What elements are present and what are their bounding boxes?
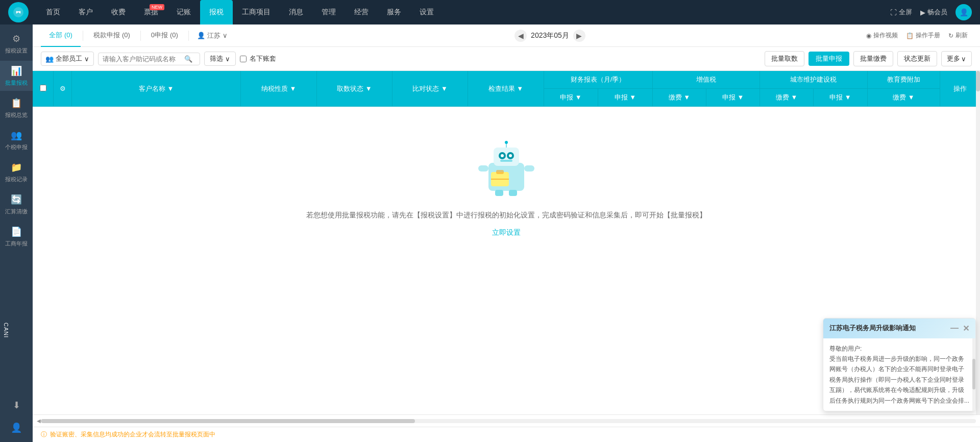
tax-records-icon: 📁 bbox=[10, 161, 22, 174]
emp-select-chevron: ∨ bbox=[84, 55, 89, 63]
svg-point-1 bbox=[16, 11, 18, 13]
sidebar-download[interactable]: ⬇ bbox=[0, 395, 33, 415]
filter-btn[interactable]: 筛选 ∨ bbox=[204, 52, 236, 66]
sidebar-item-tax-settings[interactable]: ⚙ 报税设置 bbox=[0, 29, 33, 59]
region-chevron-icon: ∨ bbox=[223, 32, 228, 39]
cani-badge: CANI bbox=[0, 321, 12, 340]
col-header-vat-pay: 缴费 ▼ bbox=[652, 89, 706, 107]
svg-point-7 bbox=[501, 154, 504, 157]
notification-minimize-btn[interactable]: — bbox=[950, 324, 959, 333]
h-scrollbar[interactable] bbox=[41, 419, 976, 423]
tax-settings-icon: ⚙ bbox=[10, 33, 22, 45]
notification-header: 江苏电子税务局升级影响通知 — ✕ bbox=[823, 318, 975, 338]
notification-popup: 江苏电子税务局升级影响通知 — ✕ 尊敬的用户:受当前电子税务局进一步升级的影响… bbox=[823, 318, 976, 411]
toolbar: 👥 全部员工 ∨ 🔍 筛选 ∨ 名下账套 批量取数 批量申报 批量缴费 状态更新 bbox=[33, 47, 980, 71]
more-btn[interactable]: 更多 ∨ bbox=[941, 51, 972, 66]
col-header-urban-tax: 城市维护建设税 bbox=[760, 71, 867, 89]
tab-all[interactable]: 全部 (0) bbox=[41, 24, 81, 47]
setup-link[interactable]: 立即设置 bbox=[492, 228, 521, 237]
batch-fetch-btn[interactable]: 批量取数 bbox=[765, 51, 804, 66]
member-icon: ▶ bbox=[920, 9, 925, 16]
nav-manage[interactable]: 管理 bbox=[312, 0, 345, 24]
sidebar-bottom: ⬇ 👤 bbox=[0, 395, 33, 442]
nav-message[interactable]: 消息 bbox=[280, 0, 312, 24]
avatar[interactable]: 👤 bbox=[955, 4, 972, 20]
batch-tax-icon: 📊 bbox=[10, 65, 22, 77]
tab-divider-3 bbox=[188, 31, 189, 41]
col-header-vat: 增值税 bbox=[652, 71, 760, 89]
status-bar: ⓘ 验证账密、采集信息均成功的企业才会流转至批量报税页面中 bbox=[33, 427, 980, 442]
nav-fee[interactable]: 收费 bbox=[102, 0, 135, 24]
svg-point-10 bbox=[505, 141, 508, 144]
col-header-urban-pay: 缴费 ▼ bbox=[760, 89, 814, 107]
col-header-check-result: 检查结果 ▼ bbox=[468, 71, 544, 107]
notification-close-btn[interactable]: ✕ bbox=[963, 324, 969, 333]
v-scrollbar[interactable] bbox=[976, 71, 980, 414]
search-input[interactable] bbox=[103, 55, 184, 63]
checkbox-row: 名下账套 bbox=[240, 54, 276, 63]
notification-text: 尊敬的用户:受当前电子税务局进一步升级的影响，同一个政务网账号（办税人）名下的企… bbox=[829, 345, 969, 404]
sidebar-item-reconcile[interactable]: 🔄 汇算清缴 bbox=[0, 189, 33, 219]
notification-scrollbar[interactable] bbox=[972, 338, 975, 411]
notification-title: 江苏电子税务局升级影响通知 bbox=[829, 324, 916, 333]
operation-manual-btn[interactable]: 📋 操作手册 bbox=[906, 31, 940, 40]
operation-video-btn[interactable]: ◉ 操作视频 bbox=[866, 31, 898, 40]
col-header-edu-pay: 缴费 ▼ bbox=[867, 89, 940, 107]
col-header-edu-declare: 申报 ▼ bbox=[814, 89, 867, 107]
member-btn[interactable]: ▶ 畅会员 bbox=[920, 8, 947, 17]
select-all-checkbox[interactable] bbox=[40, 85, 46, 91]
scroll-left-btn[interactable]: ◀ bbox=[37, 419, 41, 423]
user-icon: 👤 bbox=[10, 422, 22, 434]
nav-service[interactable]: 服务 bbox=[378, 0, 410, 24]
tab-zero-declare[interactable]: 0申报 (0) bbox=[143, 24, 186, 47]
date-next-btn[interactable]: ▶ bbox=[573, 30, 585, 42]
col-header-vat-declare: 申报 ▼ bbox=[598, 89, 653, 107]
refresh-btn[interactable]: ↻ 刷新 bbox=[948, 31, 968, 40]
nav-operation[interactable]: 经营 bbox=[345, 0, 378, 24]
logo[interactable] bbox=[8, 2, 29, 22]
robot-illustration bbox=[476, 137, 537, 199]
nav-tax[interactable]: 报税 bbox=[200, 0, 233, 24]
sidebar-item-tax-overview[interactable]: 📋 报税总览 bbox=[0, 93, 33, 123]
svg-rect-15 bbox=[496, 170, 504, 174]
emp-select-icon: 👥 bbox=[45, 55, 54, 63]
sub-account-checkbox[interactable] bbox=[240, 56, 247, 62]
nav-settings[interactable]: 设置 bbox=[410, 0, 443, 24]
tab-right-actions: ◉ 操作视频 📋 操作手册 ↻ 刷新 bbox=[866, 31, 972, 40]
date-prev-btn[interactable]: ◀ bbox=[514, 30, 527, 42]
batch-declare-btn[interactable]: 批量申报 bbox=[808, 52, 849, 66]
search-icon[interactable]: 🔍 bbox=[184, 55, 192, 63]
fullscreen-icon: ⛶ bbox=[890, 9, 897, 16]
video-icon: ◉ bbox=[866, 32, 871, 39]
nav-invoice[interactable]: 票据 NEW bbox=[135, 0, 167, 24]
filter-chevron-icon: ∨ bbox=[225, 55, 230, 63]
svg-rect-17 bbox=[495, 190, 503, 196]
tab-tax-declare[interactable]: 税款申报 (0) bbox=[85, 24, 138, 47]
nav-accounting[interactable]: 记账 bbox=[167, 0, 200, 24]
sidebar-item-personal-tax[interactable]: 👥 个税申报 bbox=[0, 125, 33, 155]
nav-business[interactable]: 工商项目 bbox=[233, 0, 280, 24]
notification-body: 尊敬的用户:受当前电子税务局进一步升级的影响，同一个政务网账号（办税人）名下的企… bbox=[823, 338, 975, 411]
nav-customer[interactable]: 客户 bbox=[69, 0, 102, 24]
col-header-gear: ⚙ bbox=[54, 71, 72, 107]
svg-rect-18 bbox=[509, 190, 517, 196]
sidebar-item-tax-records[interactable]: 📁 报税记录 bbox=[0, 157, 33, 187]
top-navigation: 首页 客户 收费 票据 NEW 记账 报税 工商项目 消息 管理 经营 服务 设… bbox=[0, 0, 980, 24]
empty-state: 若您想使用批量报税功能，请先在【报税设置】中进行报税的初始化设置，完成密码验证和… bbox=[33, 107, 980, 268]
sidebar-item-annual-report[interactable]: 📄 工商年报 bbox=[0, 222, 33, 252]
svg-rect-13 bbox=[524, 165, 534, 171]
col-header-financial-declare: 申报 ▼ bbox=[544, 89, 598, 107]
region-selector[interactable]: 👤 江苏 ∨ bbox=[191, 31, 234, 40]
status-icon: ⓘ bbox=[41, 430, 47, 439]
employee-select[interactable]: 👥 全部员工 ∨ bbox=[41, 52, 94, 66]
batch-pay-btn[interactable]: 批量缴费 bbox=[853, 51, 893, 66]
sidebar-user[interactable]: 👤 bbox=[0, 418, 33, 438]
svg-rect-12 bbox=[478, 165, 488, 171]
status-update-btn[interactable]: 状态更新 bbox=[897, 51, 937, 66]
v-scrollbar-thumb bbox=[976, 71, 980, 91]
col-header-compare-status: 比对状态 ▼ bbox=[393, 71, 468, 107]
fullscreen-btn[interactable]: ⛶ 全屏 bbox=[890, 8, 912, 17]
sidebar-item-batch-tax[interactable]: 📊 批量报税 bbox=[0, 61, 33, 91]
nav-home[interactable]: 首页 bbox=[37, 0, 69, 24]
col-header-checkbox bbox=[33, 71, 54, 107]
